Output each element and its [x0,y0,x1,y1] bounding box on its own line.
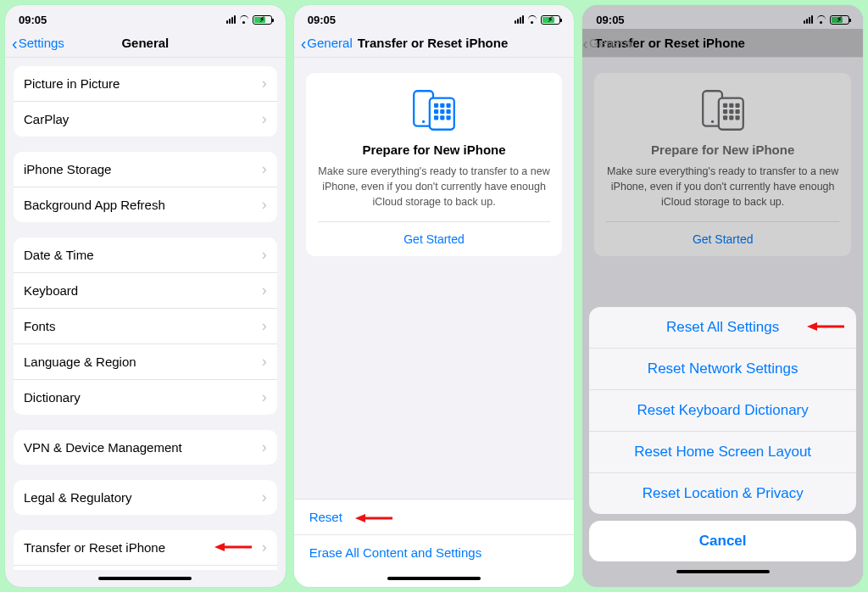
row-background-refresh[interactable]: Background App Refresh› [14,187,277,222]
general-list: Picture in Picture› CarPlay› iPhone Stor… [5,58,286,570]
chevron-left-icon: ‹ [582,35,588,52]
prepare-title: Prepare for New iPhone [318,142,551,157]
chevron-right-icon: › [262,317,267,335]
annotation-arrow-icon [353,511,394,525]
row-transfer-reset[interactable]: Transfer or Reset iPhone › [14,530,277,565]
group-reset: Transfer or Reset iPhone › Shut Down [14,530,277,570]
prepare-card: Prepare for New iPhone Make sure everyth… [594,73,851,256]
chevron-right-icon: › [262,160,267,178]
nav-title: Transfer or Reset iPhone [594,36,745,50]
group-media: Picture in Picture› CarPlay› [14,66,277,137]
row-reset[interactable]: Reset [294,499,575,534]
wifi-icon [238,15,250,24]
nav-bar: ‹ General Transfer or Reset iPhone [582,29,863,58]
prepare-text: Make sure everything's ready to transfer… [606,164,839,209]
screen-transfer-reset: 09:05 ⚡︎ ‹ General Transfer or Reset iPh… [294,5,575,587]
status-time: 09:05 [19,14,47,26]
battery-icon: ⚡︎ [830,15,849,25]
prepare-hero-icon [318,88,551,132]
cellular-icon [226,15,236,24]
screen-reset-sheet: 09:05 ⚡︎ ‹ General Transfer or Reset iPh… [582,5,863,587]
group-legal: Legal & Regulatory› [14,480,277,515]
chevron-right-icon: › [262,110,267,128]
chevron-right-icon: › [262,75,267,92]
status-right: ⚡︎ [515,15,560,25]
action-sheet: Reset All Settings Reset Network Setting… [589,307,856,580]
back-label: Settings [19,36,64,50]
home-indicator[interactable] [5,570,286,587]
action-sheet-options: Reset All Settings Reset Network Setting… [589,307,856,514]
chevron-right-icon: › [262,353,267,371]
battery-icon: ⚡︎ [541,15,560,25]
annotation-arrow-icon [805,320,846,333]
row-erase-all[interactable]: Erase All Content and Settings [294,534,575,570]
status-right: ⚡︎ [226,15,272,25]
status-time: 09:05 [596,14,624,26]
home-indicator[interactable] [589,563,856,580]
status-bar: 09:05 ⚡︎ [294,5,575,29]
cancel-button[interactable]: Cancel [589,521,856,561]
nav-title: Transfer or Reset iPhone [358,36,509,50]
wifi-icon [815,15,827,24]
row-fonts[interactable]: Fonts› [14,308,277,343]
row-carplay[interactable]: CarPlay› [14,101,277,137]
chevron-right-icon: › [262,246,267,264]
opt-reset-network[interactable]: Reset Network Settings [589,348,856,389]
opt-reset-location-privacy[interactable]: Reset Location & Privacy [589,472,856,514]
cellular-icon [515,15,524,24]
chevron-right-icon: › [262,282,267,299]
row-legal[interactable]: Legal & Regulatory› [14,480,277,515]
row-keyboard[interactable]: Keyboard› [14,272,277,308]
prepare-title: Prepare for New iPhone [606,142,839,157]
annotation-arrow-icon [213,540,253,554]
status-right: ⚡︎ [804,15,849,25]
wifi-icon [526,15,538,24]
opt-reset-all-settings[interactable]: Reset All Settings [589,307,856,348]
chevron-right-icon: › [262,196,267,214]
group-localization: Date & Time› Keyboard› Fonts› Language &… [14,237,277,415]
nav-title: General [121,36,169,50]
back-button[interactable]: ‹ Settings [12,35,64,52]
row-date-time[interactable]: Date & Time› [14,237,277,272]
chevron-right-icon: › [262,388,267,406]
group-storage: iPhone Storage› Background App Refresh› [14,152,277,222]
row-shut-down[interactable]: Shut Down [14,565,277,570]
back-button[interactable]: ‹ General [301,35,353,52]
chevron-right-icon: › [262,539,267,556]
transfer-reset-content: Prepare for New iPhone Make sure everyth… [294,58,575,587]
opt-reset-keyboard[interactable]: Reset Keyboard Dictionary [589,389,856,431]
prepare-text: Make sure everything's ready to transfer… [318,164,551,209]
screen-general: 09:05 ⚡︎ ‹ Settings General Picture in P… [5,5,286,587]
nav-bar: ‹ Settings General [5,29,286,58]
chevron-right-icon: › [262,489,267,506]
chevron-right-icon: › [262,438,267,456]
home-indicator[interactable] [294,570,575,587]
cellular-icon [804,15,813,24]
status-bar: 09:05 ⚡︎ [582,5,863,29]
chevron-left-icon: ‹ [301,35,307,52]
back-label: General [307,36,352,50]
status-bar: 09:05 ⚡︎ [5,5,286,29]
status-time: 09:05 [308,14,336,26]
row-language-region[interactable]: Language & Region› [14,343,277,379]
opt-reset-home-screen[interactable]: Reset Home Screen Layout [589,431,856,472]
row-vpn[interactable]: VPN & Device Management› [14,430,277,465]
get-started-button: Get Started [606,221,839,256]
chevron-left-icon: ‹ [12,35,18,52]
row-picture-in-picture[interactable]: Picture in Picture› [14,66,277,101]
bottom-actions: Reset Erase All Content and Settings [294,499,575,587]
get-started-button[interactable]: Get Started [318,221,551,256]
battery-icon: ⚡︎ [253,15,272,25]
prepare-card: Prepare for New iPhone Make sure everyth… [306,73,563,256]
row-iphone-storage[interactable]: iPhone Storage› [14,152,277,187]
group-vpn: VPN & Device Management› [14,430,277,465]
prepare-hero-icon [606,88,839,132]
row-dictionary[interactable]: Dictionary› [14,379,277,415]
nav-bar: ‹ General Transfer or Reset iPhone [294,29,575,58]
